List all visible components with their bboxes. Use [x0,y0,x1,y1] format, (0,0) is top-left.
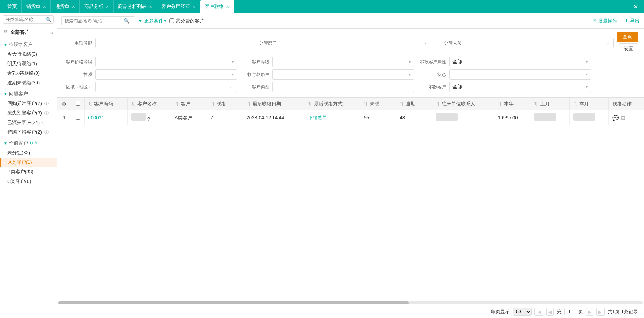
this-month-column-header[interactable]: ⇅ 本月... [569,98,608,110]
my-customers-filter: 我分管的客户 [169,18,204,24]
sidebar-item-overdue[interactable]: 逾期未联络(30) [0,78,57,88]
type-column-header[interactable]: ⇅ 客户... [171,98,207,110]
sidebar-collapse-icon[interactable]: « [50,30,53,35]
overdue-column-header[interactable]: ⇅ 逾期... [396,98,432,110]
nav-customer-contact[interactable]: 客户联络 ✕ [200,0,234,13]
nav-purchase-order[interactable]: 进货单 ✕ [51,0,80,13]
refresh-icon[interactable]: ↻ [29,141,33,146]
close-product-analysis[interactable]: ✕ [105,4,109,9]
customer-code-link[interactable]: 000031 [88,115,104,120]
last-method-column-header[interactable]: ⇅ 最后联络方式 [304,98,360,110]
gear-icon[interactable]: ⚙ [62,101,67,107]
nav-customer-stratify[interactable]: 客户分层经营 ✕ [157,0,200,13]
region-label: 区域（地区） [63,84,92,90]
close-customer-stratify[interactable]: ✕ [192,4,196,9]
info-icon-4: ⓘ [44,130,49,134]
contact-column-header[interactable]: ⇅ 联络... [207,98,243,110]
nav-product-analysis-list[interactable]: 商品分析列表 ✕ [114,0,157,13]
sidebar-section-title-problem[interactable]: ▼ 问题客户 [0,89,57,99]
nav-product-analysis[interactable]: 商品分析 ✕ [80,0,114,13]
gear-column-header[interactable]: ⚙ [57,98,72,110]
phone-input[interactable] [95,38,244,48]
first-page-button[interactable]: |◀ [534,308,543,316]
scroll-thumb[interactable] [58,301,409,304]
sidebar-item-tomorrow[interactable]: 明天待联络(1) [0,59,57,68]
arrow-down-icon-3: ▼ [4,141,7,145]
close-purchase-order[interactable]: ✕ [72,4,75,9]
export-button[interactable]: ⬆ 导出 [625,18,640,24]
person-column-header[interactable]: ⇅ 往来单位联系人 [432,98,494,110]
sidebar-item-c-class[interactable]: C类客户(6) [0,177,57,186]
uncontacted-column-header[interactable]: ⇅ 未联... [360,98,396,110]
name-column-header[interactable]: ⇅ 客户名称 [128,98,171,110]
grid-action-icon[interactable]: ⊞ [621,115,625,121]
sidebar-item-b-class[interactable]: B类客户(33) [0,167,57,177]
search-input[interactable] [65,18,124,24]
filter-row-1: 电话号码 分管部门 ▾ 分管人员 ··· [63,32,638,54]
edit-icon[interactable]: ✎ [35,141,38,146]
sidebar-item-repurchase-abnormal[interactable]: 回购异常客户(2) ⓘ [0,99,57,108]
select-all-checkbox[interactable] [76,101,80,106]
price-grade-select[interactable]: ▾ [95,57,237,67]
row-checkbox-cell [72,110,84,125]
scattered-customer-select[interactable]: 全部 ▾ [449,82,591,92]
sidebar-item-churned[interactable]: 已流失客户(24) ⓘ [0,118,57,127]
close-product-analysis-list[interactable]: ✕ [149,4,152,9]
search-submit-icon[interactable]: 🔍 [124,18,129,24]
chevron-down-icon-sc: ▾ [586,85,588,89]
customer-type-input[interactable] [272,82,414,92]
sidebar-section-title-value[interactable]: ▼ 价值客户 ↻ ✎ [0,138,57,148]
close-window-button[interactable]: ✕ [630,3,641,10]
sort-icon-5: ⇅ [247,101,251,106]
code-column-header[interactable]: ⇅ 客户编码 [84,98,128,110]
manager-select[interactable]: ··· [465,38,614,48]
my-customers-checkbox[interactable] [169,18,174,23]
sidebar-item-a-class[interactable]: A类客户(1) [0,158,57,167]
comment-action-icon[interactable]: 💬 [612,115,619,121]
nav-sales-order[interactable]: 销货单 ✕ [22,0,51,13]
page-number-input[interactable] [564,308,575,315]
bulk-operation-button[interactable]: ☑ 批量操作 [592,18,617,24]
sidebar-item-declining[interactable]: 持续下滑客户(2) ⓘ [0,127,57,137]
nature-select[interactable]: ▾ [95,69,237,80]
customer-type-filter: 客户类型 [240,82,414,92]
more-filters-button[interactable]: ▼ 更多条件 ▾ [138,18,167,24]
scattered-attr-select[interactable]: 全部 ▾ [449,57,591,67]
nature-filter: 性质 ▾ [63,69,237,80]
prev-page-button[interactable]: ◀ [546,308,554,316]
horizontal-scrollbar[interactable] [57,300,644,305]
dept-filter: 分管部门 ▾ [247,38,429,48]
close-customer-contact[interactable]: ✕ [226,4,229,9]
filter-icon: ▼ [138,18,143,24]
per-page-select[interactable]: 50 100 200 [513,308,532,316]
row-checkbox[interactable] [76,115,80,120]
sidebar-search-icon[interactable]: 🔍 [46,17,51,22]
close-sales-order[interactable]: ✕ [43,4,46,9]
sidebar-item-7days[interactable]: 近7天待联络(0) [0,68,57,78]
this-year-column-header[interactable]: ⇅ 本年... [494,98,530,110]
sidebar-section-title-pending[interactable]: ▼ 待联络客户 [0,40,57,49]
sort-icon-6: ⇅ [308,101,312,106]
status-select[interactable]: ▾ [449,69,591,80]
sidebar-item-ungrouped[interactable]: 未分组(32) [0,148,57,158]
sort-icon-10: ⇅ [498,101,502,106]
next-page-button[interactable]: ▶ [586,308,593,316]
last-method-link[interactable]: 下销货单 [308,115,327,120]
settings-button[interactable]: 设置 [619,43,638,54]
payment-select[interactable]: ▾ [272,69,414,80]
region-select[interactable]: ··· [95,82,237,92]
sidebar-all-customers[interactable]: ⠿ 全部客户 « [0,26,57,39]
sidebar-item-churn-warning[interactable]: 流失预警客户(3) ⓘ [0,108,57,118]
query-button[interactable]: 查询 [617,32,638,42]
page-suffix: 页 [578,308,583,315]
nav-home[interactable]: 首页 [3,0,22,13]
last-page-button[interactable]: ▶| [596,308,605,316]
customer-grade-select[interactable]: ▾ [272,57,414,67]
dept-select[interactable]: ▾ [280,38,429,48]
action-column-header: 联络动作 [608,98,644,110]
sidebar-item-today[interactable]: 今天待联络(0) [0,49,57,59]
sort-icon-3: ⇅ [175,101,179,106]
last-date-column-header[interactable]: ⇅ 最后联络日期 [243,98,304,110]
sort-icon-8: ⇅ [400,101,404,106]
last-month-column-header[interactable]: ⇅ 上月... [530,98,569,110]
